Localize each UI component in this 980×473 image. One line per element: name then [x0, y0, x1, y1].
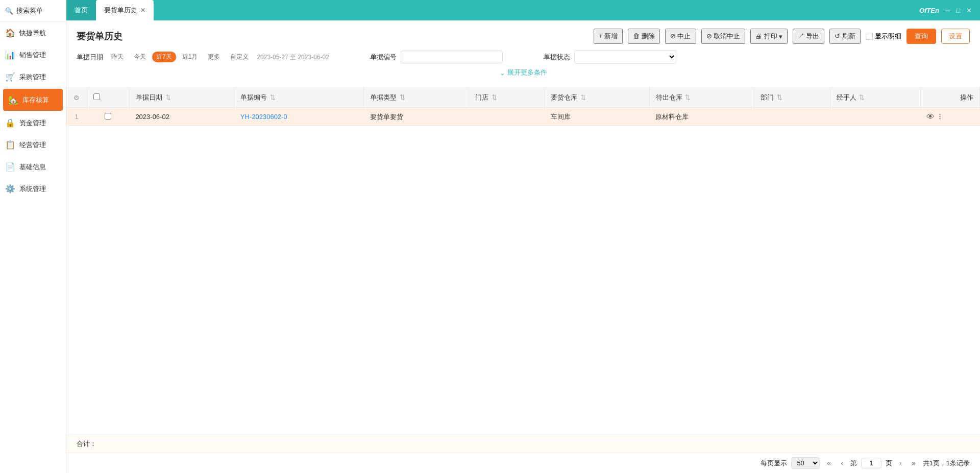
new-button[interactable]: + 新增	[594, 29, 623, 44]
th-dept: 部门 ⇅	[754, 88, 830, 108]
sidebar-item-basic[interactable]: 📄 基础信息	[0, 156, 66, 178]
filter-group-status: 单据状态	[544, 50, 676, 64]
page-size-label: 每页显示	[761, 459, 787, 468]
window-max-button[interactable]: □	[956, 7, 960, 14]
sidebar-item-quick-nav[interactable]: 🏠 快捷导航	[0, 22, 66, 44]
th-handler: 经手人 ⇅	[830, 88, 920, 108]
filter-group-docno: 单据编号	[370, 51, 503, 63]
filter-row-expand: ⌄ 展开更多条件	[77, 68, 970, 77]
sidebar-item-label: 库存核算	[22, 96, 49, 105]
print-button[interactable]: 🖨 打印 ▾	[750, 29, 788, 44]
date-range-text: 2023-05-27 至 2023-06-02	[257, 53, 329, 62]
last-page-btn[interactable]: »	[909, 458, 918, 468]
total-label: 合计：	[77, 440, 96, 447]
date-btn-1month[interactable]: 近1月	[178, 52, 202, 62]
first-page-btn[interactable]: «	[824, 458, 834, 468]
date-btn-custom[interactable]: 自定义	[226, 52, 253, 62]
th-action: 操作	[920, 88, 979, 108]
suspend-button[interactable]: ⊘ 中止	[665, 29, 696, 44]
date-btn-yesterday[interactable]: 昨天	[107, 52, 128, 62]
sort-store-icon[interactable]: ⇅	[492, 93, 497, 101]
cart-icon: 🛒	[5, 72, 15, 82]
chart-icon: 📊	[5, 50, 15, 60]
sort-pending-warehouse-icon[interactable]: ⇅	[685, 93, 691, 101]
export-button[interactable]: ↗ 导出	[793, 29, 825, 44]
filter-row-1: 单据日期 昨天 今天 近7天 近1月 更多 自定义 2023-05-27 至 2…	[77, 50, 970, 64]
tab-home[interactable]: 首页	[66, 0, 96, 20]
th-pending-warehouse: 待出仓库 ⇅	[649, 88, 754, 108]
page-size-select[interactable]: 2050100200	[791, 457, 820, 469]
main-area: 首页 要货单历史 ✕ OfTEn ─ □ ✕ 要货单历史 + 新增 🗑 删除	[66, 0, 980, 473]
sort-doc-type-icon[interactable]: ⇅	[400, 93, 405, 101]
date-btn-more[interactable]: 更多	[204, 52, 224, 62]
sidebar-item-label: 基础信息	[19, 162, 46, 172]
row-checkbox[interactable]	[105, 113, 111, 120]
sidebar-item-purchase[interactable]: 🛒 采购管理	[0, 66, 66, 88]
th-settings: ⚙	[66, 88, 87, 108]
sidebar: 🔍 搜索菜单 🏠 快捷导航 📊 销售管理 🛒 采购管理 🏡 库存核算 🔒 资金管…	[0, 0, 66, 473]
sort-handler-icon[interactable]: ⇅	[859, 93, 865, 101]
sidebar-item-system[interactable]: ⚙️ 系统管理	[0, 178, 66, 200]
doc-no-input[interactable]	[401, 51, 503, 63]
sidebar-item-label: 销售管理	[19, 51, 46, 60]
tab-close-icon[interactable]: ✕	[140, 7, 145, 14]
row-action: 👁 ⁝	[920, 108, 979, 126]
table-row: 1 2023-06-02 YH-20230602-0 要货单要货 车间库 原材料…	[66, 108, 980, 126]
page-title: 要货单历史	[77, 30, 122, 42]
page-header: 要货单历史 + 新增 🗑 删除 ⊘ 中止 ⊘ 取消中止 🖨 打印 ▾	[66, 20, 980, 44]
sidebar-item-label: 经营管理	[19, 140, 46, 150]
doc-no-link[interactable]: YH-20230602-0	[240, 113, 287, 121]
date-btn-7days[interactable]: 近7天	[152, 52, 176, 62]
th-req-warehouse: 要货仓库 ⇅	[545, 88, 649, 108]
sidebar-item-sales[interactable]: 📊 销售管理	[0, 44, 66, 66]
total-info: 共1页，1条记录	[923, 459, 970, 468]
display-detail-checkbox[interactable]	[866, 33, 873, 40]
sidebar-search-label: 搜索菜单	[16, 6, 43, 15]
window-min-button[interactable]: ─	[945, 7, 950, 14]
cancel-suspend-button[interactable]: ⊘ 取消中止	[701, 29, 746, 44]
table-body: 1 2023-06-02 YH-20230602-0 要货单要货 车间库 原材料…	[66, 108, 980, 126]
sidebar-item-finance[interactable]: 🔒 资金管理	[0, 112, 66, 134]
setting-button[interactable]: 设置	[941, 29, 970, 44]
topbar-right: OfTEn ─ □ ✕	[919, 7, 980, 14]
filter-status-label: 单据状态	[544, 53, 570, 62]
table-wrap: ⚙ 单据日期 ⇅ 单据编号 ⇅	[66, 88, 980, 435]
page-number-input[interactable]	[861, 458, 881, 468]
doc-icon: 📄	[5, 162, 15, 172]
row-view-icon[interactable]: 👁	[926, 112, 935, 122]
col-settings-icon[interactable]: ⚙	[74, 94, 80, 102]
delete-button[interactable]: 🗑 删除	[628, 29, 660, 44]
sort-doc-date-icon[interactable]: ⇅	[165, 93, 171, 101]
sidebar-item-operation[interactable]: 📋 经营管理	[0, 134, 66, 156]
date-btn-today[interactable]: 今天	[130, 52, 150, 62]
refresh-button[interactable]: ↺ 刷新	[829, 29, 861, 44]
expand-filter-button[interactable]: ⌄ 展开更多条件	[500, 68, 547, 77]
th-doc-no: 单据编号 ⇅	[234, 88, 364, 108]
home-icon: 🏠	[5, 28, 15, 38]
filter-area: 单据日期 昨天 今天 近7天 近1月 更多 自定义 2023-05-27 至 2…	[66, 44, 980, 88]
tab-history[interactable]: 要货单历史 ✕	[96, 0, 154, 20]
sidebar-item-inventory[interactable]: 🏡 库存核算	[3, 89, 63, 111]
table-header: ⚙ 单据日期 ⇅ 单据编号 ⇅	[66, 88, 980, 108]
row-checkbox-cell	[87, 108, 129, 126]
doc-status-select[interactable]	[574, 50, 676, 64]
query-button[interactable]: 查询	[906, 29, 936, 44]
row-more-icon[interactable]: ⁝	[939, 112, 941, 122]
row-doc-type: 要货单要货	[364, 108, 469, 126]
prev-page-btn[interactable]: ‹	[838, 458, 846, 468]
select-all-checkbox[interactable]	[93, 93, 100, 100]
row-dept	[754, 108, 830, 126]
sort-doc-no-icon[interactable]: ⇅	[270, 93, 276, 101]
sidebar-search[interactable]: 🔍 搜索菜单	[0, 0, 66, 22]
next-page-btn[interactable]: ›	[896, 458, 904, 468]
chevron-down-icon: ⌄	[500, 69, 505, 77]
display-detail-checkbox-label[interactable]: 显示明细	[866, 32, 901, 41]
sort-req-warehouse-icon[interactable]: ⇅	[580, 93, 586, 101]
row-handler	[830, 108, 920, 126]
row-doc-no: YH-20230602-0	[234, 108, 364, 126]
sort-dept-icon[interactable]: ⇅	[777, 93, 782, 101]
data-table: ⚙ 单据日期 ⇅ 单据编号 ⇅	[66, 88, 980, 126]
row-store	[469, 108, 544, 126]
window-close-button[interactable]: ✕	[966, 7, 972, 14]
filter-group-date: 单据日期 昨天 今天 近7天 近1月 更多 自定义 2023-05-27 至 2…	[77, 52, 329, 62]
